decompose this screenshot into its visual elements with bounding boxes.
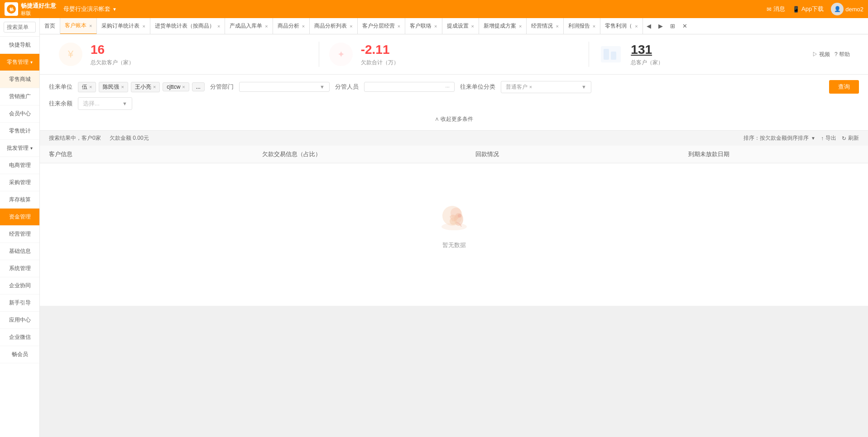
tab-new-raise-plan[interactable]: 新增提成方案 × (479, 18, 527, 34)
tab-profit-report[interactable]: 利润报告 × (564, 18, 600, 34)
tab-product-analysis[interactable]: 商品分析 × (273, 18, 310, 34)
tab-close-icon[interactable]: × (519, 24, 522, 29)
message-btn[interactable]: ✉ 消息 (767, 5, 785, 13)
tab-raise-settings[interactable]: 提成设置 × (442, 18, 479, 34)
sidebar-item-capital[interactable]: 资金管理 (0, 209, 39, 226)
app-container: 畅 畅捷通好生意 标版 母婴行业演示帐套 ▼ ✉ 消息 📱 App下载 👤 (0, 0, 868, 437)
avatar: 👤 (831, 3, 844, 15)
tab-close-all-btn[interactable]: ✕ (679, 18, 691, 34)
dept-filter-select[interactable]: ▼ (239, 82, 330, 92)
balance-placeholder: 选择... (83, 100, 100, 108)
sort-label: 排序：按欠款金额倒序排序 ▼ (743, 134, 815, 142)
user-avatar-btn[interactable]: 👤 demo2 (831, 3, 863, 15)
filter-tag-more-btn[interactable]: ... (192, 82, 205, 91)
tab-close-icon[interactable]: × (265, 24, 268, 29)
tab-close-icon[interactable]: × (302, 24, 305, 29)
refresh-btn[interactable]: ↻ 刷新 (842, 134, 859, 142)
tab-close-icon[interactable]: × (398, 24, 400, 29)
category-tag[interactable]: 普通客户 × (506, 83, 532, 91)
svg-rect-7 (604, 49, 609, 60)
sidebar-item-quick-nav[interactable]: 快捷导航 (0, 37, 39, 54)
tab-home[interactable]: 首页 (40, 18, 60, 34)
filter-tag-cjttcw[interactable]: cjttcw × (163, 82, 189, 91)
tab-retail-profit[interactable]: 零售利润（ × (600, 18, 643, 34)
tab-close-icon[interactable]: × (350, 24, 352, 29)
sidebar-item-operations[interactable]: 经营管理 (0, 226, 39, 243)
tab-purchase-order-stats[interactable]: 采购订单统计表 × (97, 18, 150, 34)
sidebar-item-biz-wechat[interactable]: 企业微信 (0, 329, 39, 346)
sidebar-item-retail-stats[interactable]: 零售统计 (0, 123, 39, 140)
sidebar-item-basic-info[interactable]: 基础信息 (0, 243, 39, 260)
tag-close-icon[interactable]: × (121, 84, 124, 90)
video-action-btn[interactable]: ▷ 视频 (812, 51, 830, 58)
balance-filter-select[interactable]: 选择... ▼ (78, 97, 132, 110)
tag-close-icon[interactable]: × (529, 84, 532, 90)
tab-expand-btn[interactable]: ⊞ (667, 18, 679, 34)
message-icon: ✉ (767, 6, 772, 13)
tab-close-icon[interactable]: × (471, 24, 474, 29)
result-info-bar: 搜索结果中，客户0家 欠款金额 0.00元 排序：按欠款金额倒序排序 ▼ ↑ 导… (40, 131, 868, 146)
empty-state: 暂无数据 (40, 163, 868, 285)
stat-actions: ▷ 视频 ? 帮助 (812, 51, 850, 58)
stat-card-total: 131 总客户（家） ▷ 视频 ? 帮助 (589, 42, 859, 67)
sidebar-item-new-guide[interactable]: 新手引导 (0, 294, 39, 312)
total-icon (598, 42, 623, 67)
tab-product-analysis-list[interactable]: 商品分析列表 × (310, 18, 357, 34)
tab-biz-situation[interactable]: 经营情况 × (527, 18, 563, 34)
filter-tag-chen[interactable]: 陈民强 × (99, 82, 128, 92)
sidebar-item-member-center[interactable]: 会员中心 (0, 105, 39, 123)
sidebar-item-sys-mgmt[interactable]: 系统管理 (0, 260, 39, 277)
tab-close-icon[interactable]: × (434, 24, 437, 29)
sidebar-item-retail-mall[interactable]: 零售商城 (0, 71, 39, 88)
help-action-btn[interactable]: ? 帮助 (834, 51, 850, 58)
tab-nav-prev[interactable]: ◀ (643, 18, 655, 34)
col-header-repay: 回款情况 (475, 150, 689, 158)
person-filter-label: 分管人员 (335, 83, 359, 91)
export-btn[interactable]: ↑ 导出 (821, 134, 836, 142)
unit-category-select[interactable]: 普通客户 × ▼ (501, 81, 591, 93)
tab-close-icon[interactable]: × (593, 24, 595, 29)
collapse-bar[interactable]: ∧ 收起更多条件 (49, 114, 859, 125)
tab-close-icon[interactable]: × (89, 23, 92, 28)
balance-filter-label: 往来余额 (49, 100, 72, 108)
filter-tag-wu[interactable]: 伍 × (78, 82, 96, 92)
chevron-up-icon: ∧ (435, 116, 441, 122)
stats-row: ¥ 16 总欠款客户（家） (40, 34, 868, 75)
filter-tag-wang[interactable]: 王小亮 × (131, 82, 160, 92)
tab-nav-next[interactable]: ▶ (655, 18, 667, 34)
tab-close-icon[interactable]: × (142, 24, 145, 29)
chevron-down-icon: ▼ (122, 101, 127, 106)
query-button[interactable]: 查询 (829, 80, 859, 94)
app-download-btn[interactable]: 📱 App下载 (792, 5, 824, 13)
stat-value-total: 131 (631, 43, 805, 57)
sidebar-item-search[interactable] (0, 18, 39, 37)
tag-close-icon[interactable]: × (89, 84, 92, 90)
tab-inbound-stats[interactable]: 进货单统计表（按商品） × (150, 18, 225, 34)
sidebar-item-enterprise[interactable]: 企业协同 (0, 277, 39, 294)
sidebar-item-retail-mgmt[interactable]: 零售管理 ▾ (0, 54, 39, 71)
workspace-selector[interactable]: 母婴行业演示帐套 ▼ (63, 5, 117, 13)
sidebar-item-ecommerce[interactable]: 电商管理 (0, 157, 39, 174)
sidebar-item-inventory[interactable]: 库存核算 (0, 191, 39, 209)
tab-close-icon[interactable]: × (217, 24, 220, 29)
stat-label-customers: 总欠款客户（家） (91, 59, 310, 66)
sidebar-item-member[interactable]: 畅会员 (0, 346, 39, 363)
tab-customer-contact[interactable]: 客户联络 × (405, 18, 442, 34)
table-header: 客户信息 欠款交易信息（占比） 回款情况 到期未放款日期 (40, 146, 868, 163)
result-text: 搜索结果中，客户0家 欠款金额 0.00元 (49, 134, 149, 142)
sidebar-item-purchase[interactable]: 采购管理 (0, 174, 39, 191)
person-filter-select[interactable]: ··· (364, 82, 455, 92)
sidebar-item-marketing[interactable]: 营销推广 (0, 88, 39, 105)
tag-close-icon[interactable]: × (153, 84, 156, 90)
tab-production-inbound[interactable]: 产成品入库单 × (225, 18, 273, 34)
search-input[interactable] (4, 22, 36, 33)
tag-close-icon[interactable]: × (182, 84, 185, 90)
tab-close-icon[interactable]: × (635, 24, 638, 29)
sidebar-item-app-center[interactable]: 应用中心 (0, 312, 39, 329)
tab-customer-tier[interactable]: 客户分层经营 × (358, 18, 405, 34)
sidebar-item-wholesale-mgmt[interactable]: 批发管理 ▾ (0, 140, 39, 157)
chevron-right-icon: ▾ (30, 60, 33, 65)
tab-customer-book[interactable]: 客户账本 × (60, 18, 97, 34)
tab-close-icon[interactable]: × (556, 24, 558, 29)
col-header-customer: 客户信息 (49, 150, 262, 158)
